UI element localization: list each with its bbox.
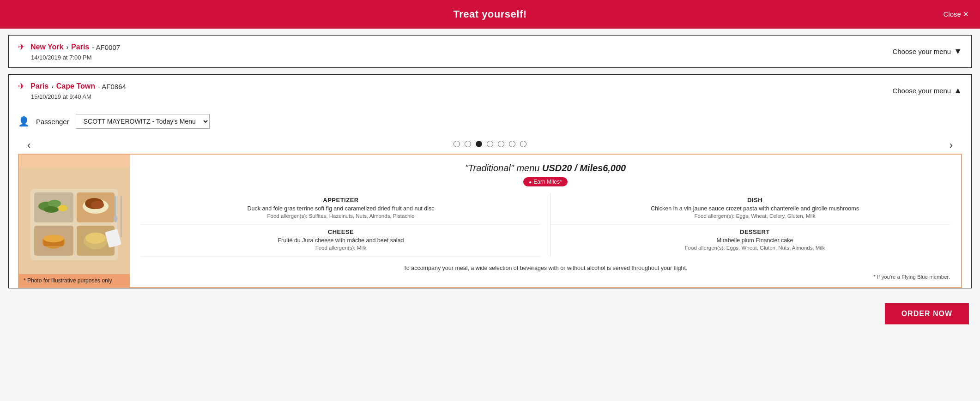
carousel-dot-0[interactable] — [454, 141, 460, 147]
flight-number-1: - AF0007 — [92, 43, 120, 51]
photo-note: * Photo for illustrative purposes only — [19, 274, 130, 287]
earn-miles-area: Earn Miles* — [141, 177, 950, 186]
cheese-allergens: Food allergen(s): Milk — [141, 245, 541, 251]
dish-desc: Chicken in a vin jaune sauce crozet past… — [560, 205, 950, 212]
carousel-nav: ‹ › — [18, 137, 962, 154]
menu-section-dish: DISH Chicken in a vin jaune sauce crozet… — [550, 193, 950, 225]
menu-card: * Photo for illustrative purposes only "… — [18, 154, 962, 288]
menu-food-image — [19, 168, 130, 274]
dish-title: DISH — [560, 197, 950, 203]
svg-point-13 — [43, 235, 64, 242]
flight-row-1[interactable]: ✈ New York › Paris - AF0007 14/10/2019 a… — [8, 35, 972, 68]
passenger-row: 👤 Passenger SCOTT MAYEROWITZ - Today's M… — [18, 114, 962, 129]
menu-image-side: * Photo for illustrative purposes only — [19, 155, 130, 287]
dessert-desc: Mirabelle plum Financier cake — [560, 237, 950, 244]
carousel-dot-1[interactable] — [465, 141, 471, 147]
carousel-dot-3[interactable] — [487, 141, 493, 147]
plane-icon-2: ✈ — [18, 81, 25, 91]
appetizer-desc: Duck and foie gras terrine soft fig and … — [141, 205, 541, 212]
chevron-down-icon-1: ▼ — [954, 47, 962, 56]
page-title: Treat yourself! — [453, 8, 526, 20]
cheese-desc: Fruité du Jura cheese with mâche and bee… — [141, 237, 541, 244]
carousel-dot-4[interactable] — [498, 141, 504, 147]
cheese-title: CHEESE — [141, 228, 541, 235]
passenger-label: Passenger — [36, 118, 69, 126]
menu-title-price: USD20 / Miles6,000 — [542, 163, 626, 173]
choose-menu-label-2: Choose your menu — [892, 87, 951, 95]
passenger-icon: 👤 — [18, 116, 30, 127]
carousel-prev-button[interactable]: ‹ — [27, 139, 30, 151]
choose-menu-1[interactable]: Choose your menu ▼ — [892, 47, 962, 56]
appetizer-allergens: Food allergen(s): Sulfites, Hazelnuts, N… — [141, 213, 541, 219]
carousel-dot-2[interactable] — [476, 141, 482, 147]
flight-route-1: ✈ New York › Paris - AF0007 — [18, 42, 120, 52]
flight-arrow-2: › — [51, 83, 54, 90]
menu-details: "Traditional" menu USD20 / Miles6,000 Ea… — [130, 155, 961, 287]
close-button[interactable]: Close ✕ — [943, 10, 969, 18]
earn-miles-badge: Earn Miles* — [523, 177, 567, 186]
flight-route-2: ✈ Paris › Cape Town - AF0864 — [18, 81, 126, 91]
svg-point-3 — [48, 200, 61, 207]
passenger-select[interactable]: SCOTT MAYEROWITZ - Today's Menu — [76, 114, 210, 129]
svg-rect-17 — [121, 196, 122, 237]
flight-arrow-1: › — [66, 43, 68, 51]
dessert-allergens: Food allergen(s): Eggs, Wheat, Gluten, N… — [560, 245, 950, 251]
plane-icon-1: ✈ — [18, 42, 25, 52]
choose-menu-label-1: Choose your menu — [892, 48, 951, 55]
svg-point-20 — [114, 215, 117, 222]
appetizer-title: APPETIZER — [141, 197, 541, 203]
flight-origin-2: Paris — [30, 82, 48, 90]
svg-point-16 — [85, 233, 106, 244]
order-bar: ORDER NOW — [0, 295, 980, 333]
dessert-title: DESSERT — [560, 228, 950, 235]
flight-dest-1: Paris — [71, 43, 89, 51]
flight-datetime-2: 15/10/2019 at 9:40 AM — [31, 93, 126, 100]
svg-point-9 — [91, 201, 104, 209]
order-now-button[interactable]: ORDER NOW — [885, 303, 969, 324]
expanded-panel: 👤 Passenger SCOTT MAYEROWITZ - Today's M… — [8, 107, 972, 288]
menu-section-dessert: DESSERT Mirabelle plum Financier cake Fo… — [550, 225, 950, 257]
menu-section-appetizer: APPETIZER Duck and foie gras terrine sof… — [141, 193, 541, 225]
menu-title-italic: "Traditional" menu — [465, 163, 540, 173]
carousel-dot-5[interactable] — [509, 141, 515, 147]
carousel-dot-6[interactable] — [520, 141, 526, 147]
menu-section-cheese: CHEESE Fruité du Jura cheese with mâche … — [141, 225, 541, 257]
menu-footer-note: * If you're a Flying Blue member. — [141, 271, 950, 281]
flight-origin-1: New York — [30, 43, 63, 51]
dish-allergens: Food allergen(s): Eggs, Wheat, Celery, G… — [560, 213, 950, 219]
food-tray-svg — [26, 175, 123, 267]
carousel-next-button[interactable]: › — [950, 139, 953, 151]
flight-datetime-1: 14/10/2019 at 7:00 PM — [31, 54, 120, 61]
choose-menu-2[interactable]: Choose your menu ▲ — [892, 86, 962, 96]
menu-title: "Traditional" menu USD20 / Miles6,000 — [141, 163, 950, 174]
flight-info-2: ✈ Paris › Cape Town - AF0864 15/10/2019 … — [18, 81, 126, 100]
beverage-note: To accompany your meal, a wide selection… — [141, 261, 950, 271]
svg-point-5 — [58, 205, 67, 211]
flight-number-2: - AF0864 — [98, 83, 126, 90]
flight-dest-2: Cape Town — [56, 82, 95, 90]
flight-info-1: ✈ New York › Paris - AF0007 14/10/2019 a… — [18, 42, 120, 61]
page-header: Treat yourself! Close ✕ — [0, 0, 980, 29]
svg-point-4 — [44, 206, 59, 213]
chevron-up-icon-2: ▲ — [954, 86, 962, 96]
menu-sections-grid: APPETIZER Duck and foie gras terrine sof… — [141, 193, 950, 257]
flight-row-2[interactable]: ✈ Paris › Cape Town - AF0864 15/10/2019 … — [8, 74, 972, 107]
